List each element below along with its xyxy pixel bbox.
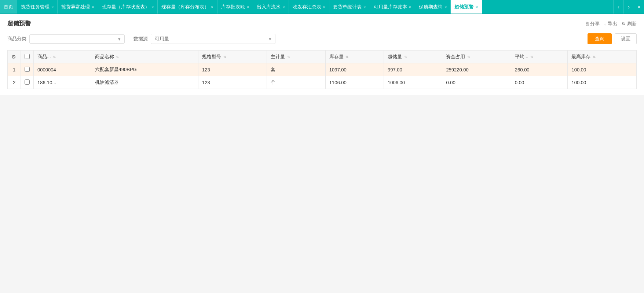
page-title-bar: 超储预警 ⎘ 分享 ↓ 导出 ↻ 刷新 [7,20,637,27]
nav-prev-button[interactable]: ‹ [613,0,623,14]
sort-icon[interactable]: ⇅ [530,55,533,59]
nav-item-batch[interactable]: 库存批次账 × [217,0,253,14]
col-avg-header: 平均... ⇅ [511,51,568,63]
select-all-checkbox[interactable] [25,54,30,59]
row-num: 2 [8,76,21,89]
refresh-button[interactable]: ↻ 刷新 [622,21,637,27]
data-table: ⚙ 商品... ⇅ 商品名称 ⇅ 规格型号 ⇅ 主计量 [7,50,637,89]
row-maxstock: 100.00 [568,63,637,76]
col-stock-header: 库存量 ⇅ [325,51,384,63]
export-button[interactable]: ↓ 导出 [604,21,618,27]
sort-icon[interactable]: ⇅ [467,55,470,59]
title-actions: ⎘ 分享 ↓ 导出 ↻ 刷新 [586,21,637,27]
row-spec: 123 [198,63,267,76]
sort-icon[interactable]: ⇅ [287,55,290,59]
nav-item-requisition[interactable]: 要货单统计表 × [329,0,370,14]
close-icon[interactable]: × [92,5,94,9]
row-name: 机油滤清器 [91,76,198,89]
row-code: 186-10... [34,76,91,89]
nav-item-inout[interactable]: 出入库流水 × [253,0,289,14]
row-checkbox[interactable] [25,67,30,72]
nav-item-expiry[interactable]: 保质期查询 × [415,0,451,14]
nav-item-exception[interactable]: 拣货异常处理 × [58,0,98,14]
nav-item-summary[interactable]: 收发存汇总表 × [289,0,329,14]
settings-button[interactable]: 设置 [615,33,637,44]
sort-icon[interactable]: ⇅ [53,55,56,59]
datasource-select[interactable]: 可用量 ▾ [151,34,275,44]
export-icon: ↓ [604,21,607,26]
row-spec: 123 [198,76,267,89]
nav-item-stock-status[interactable]: 现存量（库存状况表） × [98,0,158,14]
nav-item-task[interactable]: 拣货任务管理 × [17,0,58,14]
close-icon[interactable]: × [247,5,249,9]
row-avg: 0.00 [511,76,568,89]
table-header: ⚙ 商品... ⇅ 商品名称 ⇅ 规格型号 ⇅ 主计量 [8,51,637,63]
sort-icon[interactable]: ⇅ [593,55,596,59]
close-icon[interactable]: × [211,5,213,9]
row-checkbox-cell[interactable] [21,76,34,89]
sort-icon[interactable]: ⇅ [116,55,119,59]
nav-item-home[interactable]: 首页 [0,0,17,14]
top-navigation: 首页 拣货任务管理 × 拣货异常处理 × 现存量（库存状况表） × 现存量（库存… [0,0,644,14]
category-select[interactable]: ▾ [29,34,125,44]
chevron-down-icon: ▾ [118,36,121,42]
row-checkbox[interactable] [25,79,30,85]
datasource-select-value: 可用量 [155,36,169,42]
nav-item-stock-dist[interactable]: 现存量（库存分布表） × [158,0,217,14]
close-icon[interactable]: × [363,5,366,9]
nav-item-overstock[interactable]: 超储预警 × [451,0,482,14]
col-spec-header: 规格型号 ⇅ [198,51,267,63]
table-body: 1 0000004 六配套新昌490BPG 123 套 1097.00 997.… [8,63,637,89]
row-capital: 259220.00 [442,63,511,76]
col-checkbox[interactable] [21,51,34,63]
row-num: 1 [8,63,21,76]
col-capital-header: 资金占用 ⇅ [442,51,511,63]
row-overstock: 997.00 [384,63,442,76]
row-overstock: 1006.00 [384,76,442,89]
query-button[interactable]: 查询 [588,33,612,44]
col-name-header: 商品名称 ⇅ [91,51,198,63]
gear-icon[interactable]: ⚙ [11,54,16,60]
page-content: 超储预警 ⎘ 分享 ↓ 导出 ↻ 刷新 商品分类 ▾ 数据源 [0,14,644,95]
refresh-icon: ↻ [622,21,626,26]
row-unit: 个 [267,76,325,89]
nav-next-button[interactable]: › [623,0,634,14]
filter-bar: 商品分类 ▾ 数据源 可用量 ▾ 查询 设置 [7,33,637,44]
close-icon[interactable]: × [151,5,154,9]
filter-actions: 查询 设置 [588,33,637,44]
table-row: 1 0000004 六配套新昌490BPG 123 套 1097.00 997.… [8,63,637,76]
sort-icon[interactable]: ⇅ [404,55,407,59]
row-code: 0000004 [34,63,91,76]
category-label: 商品分类 [7,36,26,42]
close-icon[interactable]: × [409,5,411,9]
row-checkbox-cell[interactable] [21,63,34,76]
col-maxstock-header: 最高库存 ⇅ [568,51,637,63]
row-maxstock: 100.00 [568,76,637,89]
close-icon[interactable]: × [475,5,477,9]
row-stock: 1106.00 [325,76,384,89]
chevron-down-icon: ▾ [269,36,271,42]
row-name: 六配套新昌490BPG [91,63,198,76]
col-overstock-header: 超储量 ⇅ [384,51,442,63]
sort-icon[interactable]: ⇅ [223,55,226,59]
share-icon: ⎘ [586,21,589,26]
table-row: 2 186-10... 机油滤清器 123 个 1106.00 1006.00 … [8,76,637,89]
col-unit-header: 主计量 ⇅ [267,51,325,63]
col-code-header: 商品... ⇅ [34,51,91,63]
close-icon[interactable]: × [444,5,447,9]
close-icon[interactable]: × [51,5,54,9]
close-icon[interactable]: × [323,5,325,9]
nav-item-available[interactable]: 可用量库存账本 × [370,0,415,14]
datasource-filter: 数据源 可用量 ▾ [133,34,275,44]
nav-close-all-button[interactable]: × [634,0,644,14]
close-icon[interactable]: × [282,5,285,9]
sort-icon[interactable]: ⇅ [345,55,348,59]
row-unit: 套 [267,63,325,76]
category-filter: 商品分类 ▾ [7,34,125,44]
row-stock: 1097.00 [325,63,384,76]
page-title: 超储预警 [7,20,31,27]
row-avg: 260.00 [511,63,568,76]
share-button[interactable]: ⎘ 分享 [586,21,600,27]
datasource-label: 数据源 [133,36,148,42]
col-settings[interactable]: ⚙ [8,51,21,63]
